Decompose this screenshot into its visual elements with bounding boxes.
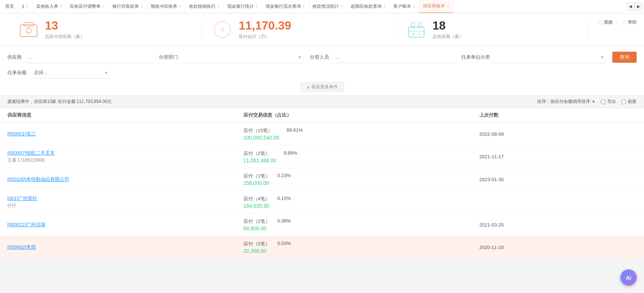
collapse-button[interactable]: ∧ 收起更多条件 [300,82,344,92]
query-button[interactable]: 查询 [612,52,637,63]
results-bar: 搜索结果中，供应商13家 应付金额 111,703,854.00元 排序：按应付… [0,96,644,108]
close-icon[interactable]: × [26,4,28,8]
close-icon[interactable]: × [447,4,449,8]
close-icon[interactable]: × [384,4,386,8]
data-table: 供应商信息 应付交易信息（占比） 上次付数 [000001]张三 应付（15笔）… [0,108,644,259]
summary-card-payable-suppliers: 13 总应付供应商（家） [7,19,201,40]
nav-tab-bank-deposit[interactable]: 银行存取款单 × [109,0,147,13]
payable-label-5: 应付（5笔） [244,241,270,247]
payable-suppliers-number: 13 [45,19,85,32]
export-button[interactable]: 导出 [601,99,616,105]
payable-cell-3: 应付（4笔） 164,635.90 0.15% [244,196,480,209]
summary-text-total-payable: 11,170.39 应付合计（万） [239,19,291,40]
supplier-info-3: [001]广州荣轩 仔仔 [7,195,244,209]
svg-rect-12 [418,33,420,36]
nav-tab-supplier-ledger[interactable]: 供应商账本 × [419,0,453,13]
nav-tab-collection-stat[interactable]: 收款情况统计 × [309,0,347,13]
supplier-info-1: [000007]恒旺二手叉车 王通 17106110000 [7,150,244,163]
close-icon[interactable]: × [60,4,62,8]
dept-dropdown-icon[interactable]: ▼ [298,55,302,59]
filter-row-1: 供应商 分管部门 ▼ 分管人员 往来单位分类 ▼ [7,51,637,63]
supplier-link-5[interactable]: [000002]李四 [7,244,244,251]
supplier-sub-1: 王通 17106110000 [7,157,244,163]
payable-suppliers-label: 总应付供应商（家） [45,34,85,40]
close-icon[interactable]: × [141,4,143,8]
table-row: [000007]恒旺二手叉车 王通 17106110000 应付（2笔） 11,… [0,145,644,168]
summary-bar: 13 总应付供应商（家） ¥ 11,170.39 应付合计（万） [0,13,644,46]
supplier-info-5: [000002]李四 [7,244,244,251]
sort-dropdown[interactable]: 排序：按应付余额倒序排序 ▼ [537,99,595,105]
payable-cell-1: 应付（2笔） 11,051,486.00 9.89% [244,150,480,163]
supplier-label: 供应商 [7,54,22,61]
payable-cell-5: 应付（5笔） 32,366.00 0.03% [244,241,480,254]
nav-tab-home[interactable]: 首页 [1,0,18,13]
total-suppliers-number: 18 [433,19,463,32]
last-payment-5: 2020-11-20 [479,245,637,250]
summary-text-payable-suppliers: 13 总应付供应商（家） [45,19,85,40]
refresh-button[interactable]: 刷新 [621,99,637,105]
payable-amount-5: 32,366.00 [244,248,270,254]
person-label: 分管人员 [310,54,329,61]
filter-area: 供应商 分管部门 ▼ 分管人员 往来单位分类 ▼ [0,46,644,96]
supplier-input-wrapper [25,51,153,63]
table-row: [000100]本特勤油品有限公司 应付（1笔） 258,000.00 0.23… [0,168,644,191]
balance-input[interactable] [32,68,104,77]
balance-dropdown-icon[interactable]: ▼ [104,70,108,75]
payable-pct-0: 89.61% [287,127,303,133]
person-input-wrapper [332,51,455,63]
nav-tab-overdue-ar[interactable]: 超期应收款查询 × [347,0,390,13]
summary-card-total-payable: ¥ 11,170.39 应付合计（万） [201,19,395,40]
payable-label-2: 应付（1笔） [244,173,270,179]
payable-amount-2: 258,000.00 [244,180,270,186]
nav-tab-ar-ap-adjust[interactable]: 应收应付调整单 × [66,0,109,13]
close-icon[interactable]: × [217,4,220,8]
balance-label: 往来余额 [7,69,27,76]
payable-label-0: 应付（15笔） [244,127,279,134]
nav-tab-cash-bank-stat[interactable]: 现金银行统计 × [224,0,262,13]
category-input[interactable] [495,53,601,61]
close-icon[interactable]: × [256,4,258,8]
nav-arrow-group: ◀ ▶ [626,3,643,11]
nav-next-button[interactable]: ▶ [634,3,643,11]
supplier-input[interactable] [27,53,151,61]
table-header: 供应商信息 应付交易信息（占比） 上次付数 [0,108,644,123]
nav-tab-collection-exec[interactable]: 收款核销执行 × [185,0,224,13]
nav-tab-other-income[interactable]: 其他收入单 × [32,0,66,13]
supplier-link-0[interactable]: [000001]张三 [7,131,244,137]
svg-text:¥: ¥ [220,26,225,33]
close-icon[interactable]: × [303,4,305,8]
category-dropdown-icon[interactable]: ▼ [600,55,604,59]
collapse-bar: ∧ 收起更多条件 [7,82,637,92]
nav-tab-cash-flow-query[interactable]: 现金银行流水查询 × [262,0,309,13]
supplier-info-0: [000001]张三 [7,131,244,137]
nav-tab-3[interactable]: 3 × [18,0,32,13]
close-icon[interactable]: × [341,4,343,8]
refresh-icon [621,99,626,104]
close-icon[interactable]: × [102,4,105,8]
supplier-link-4[interactable]: [000012]广州贝瑞 [7,221,244,228]
close-icon[interactable]: × [179,4,181,8]
payable-label-1: 应付（2笔） [244,150,277,157]
category-input-wrapper: ▼ [493,51,607,63]
total-suppliers-icon [406,19,427,40]
table-row: [001]广州荣轩 仔仔 应付（4笔） 164,635.90 0.15% [0,191,644,214]
last-payment-1: 2021-11-17 [479,154,637,159]
close-icon[interactable]: × [413,4,415,8]
video-link[interactable]: 视频 [604,19,613,25]
nav-tab-advance-offset[interactable]: 预收冲应收单 × [147,0,185,13]
supplier-link-1[interactable]: [000007]恒旺二手叉车 [7,150,244,156]
help-link[interactable]: 帮助 [628,19,637,25]
category-label: 往来单位分类 [461,54,490,61]
supplier-link-3[interactable]: [001]广州荣轩 [7,195,244,202]
supplier-link-2[interactable]: [000100]本特勤油品有限公司 [7,176,244,183]
sort-chevron-icon: ▼ [592,100,595,104]
dept-input[interactable] [183,53,298,61]
supplier-info-4: [000012]广州贝瑞 [7,221,244,228]
col-header-last-payment: 上次付数 [479,112,637,118]
nav-tab-customer-ledger[interactable]: 客户账本 × [390,0,419,13]
dept-label: 分管部门 [159,54,178,61]
nav-prev-button[interactable]: ◀ [626,3,634,11]
total-suppliers-label: 总供应商（家） [433,34,463,40]
payable-amount-3: 164,635.90 [244,203,270,209]
person-input[interactable] [334,53,453,61]
